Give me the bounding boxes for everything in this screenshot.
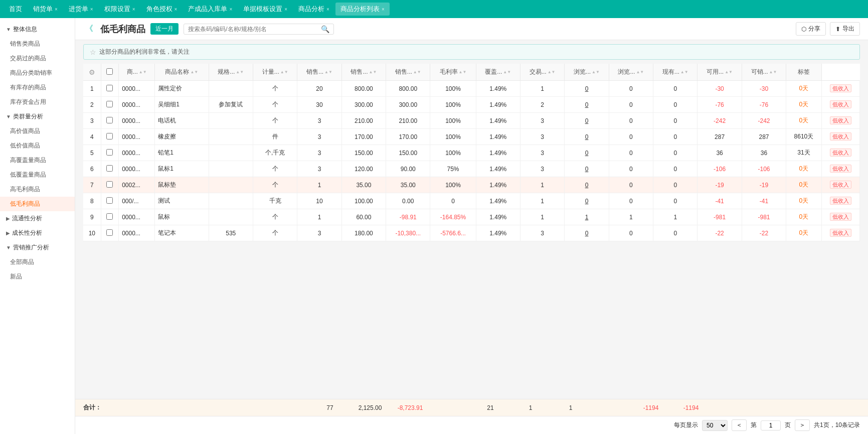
col-browse1[interactable]: 浏览...▲▼ xyxy=(565,64,609,81)
price-sort[interactable]: 销售...▲▼ xyxy=(351,68,377,76)
row-trade[interactable]: 0 xyxy=(565,81,609,97)
sidebar-group-growth[interactable]: ▶ 成长性分析 xyxy=(0,226,75,240)
nav-goods-analysis-list[interactable]: 商品分析列表× xyxy=(335,3,390,16)
prev-page-button[interactable]: ＜ xyxy=(732,419,747,431)
col-gross[interactable]: 毛利率▲▼ xyxy=(430,64,476,81)
col-unit[interactable]: 计量...▲▼ xyxy=(253,64,297,81)
nav-home[interactable]: 首页 xyxy=(4,3,27,16)
close-icon[interactable]: × xyxy=(175,7,178,12)
row-trade[interactable]: 0 xyxy=(565,145,609,161)
col-amount[interactable]: 销售...▲▼ xyxy=(386,64,430,81)
col-code[interactable]: 商...▲▼ xyxy=(119,64,155,81)
sidebar-item-high-coverage[interactable]: 高覆盖量商品 xyxy=(0,153,75,168)
col-avail[interactable]: 可用...▲▼ xyxy=(698,64,742,81)
sidebar-group-liquidity[interactable]: ▶ 流通性分析 xyxy=(0,211,75,226)
nav-permissions[interactable]: 权限设置× xyxy=(99,3,140,16)
sidebar-group-marketing[interactable]: ▼ 营销推广分析 xyxy=(0,240,75,255)
stock-sort[interactable]: 现有...▲▼ xyxy=(662,68,688,76)
row-trade[interactable]: 0 xyxy=(565,177,609,193)
nav-templates[interactable]: 单据模板设置× xyxy=(238,3,292,16)
row-checkbox[interactable] xyxy=(101,193,118,209)
close-icon[interactable]: × xyxy=(326,7,329,12)
nav-roles[interactable]: 角色授权× xyxy=(141,3,183,16)
sidebar-item-sales-goods[interactable]: 销售类商品 xyxy=(0,37,75,51)
row-trade[interactable]: 0 xyxy=(565,113,609,129)
code-sort[interactable]: 商...▲▼ xyxy=(127,68,147,76)
select-all-checkbox[interactable] xyxy=(106,68,113,75)
trade-sort[interactable]: 交易...▲▼ xyxy=(530,68,556,76)
col-qty[interactable]: 销售...▲▼ xyxy=(297,64,341,81)
sidebar-item-in-stock-goods[interactable]: 有库存的商品 xyxy=(0,80,75,95)
row-checkbox[interactable] xyxy=(101,113,118,129)
col-tag[interactable]: 标签 xyxy=(786,64,821,81)
row-checkbox[interactable] xyxy=(101,161,118,177)
sidebar-group-overview[interactable]: ▼ 整体信息 xyxy=(0,22,75,37)
sidebar-item-stock-capital[interactable]: 库存资金占用 xyxy=(0,95,75,109)
row-checkbox[interactable] xyxy=(101,129,118,145)
row-checkbox[interactable] xyxy=(101,177,118,193)
gross-sort[interactable]: 毛利率▲▼ xyxy=(440,68,467,76)
row-checkbox[interactable] xyxy=(101,97,118,113)
row-trade[interactable]: 0 xyxy=(565,97,609,113)
sidebar-item-traded-goods[interactable]: 交易过的商品 xyxy=(0,51,75,66)
sidebar-item-high-value[interactable]: 高价值商品 xyxy=(0,124,75,138)
sidebar-group-cluster[interactable]: ▼ 类群量分析 xyxy=(0,109,75,124)
row-checkbox[interactable] xyxy=(101,81,118,97)
sidebar-item-all-goods[interactable]: 全部商品 xyxy=(0,255,75,269)
coverage-sort[interactable]: 覆盖...▲▼ xyxy=(485,68,511,76)
export-button[interactable]: ⬆ 导出 xyxy=(830,22,860,36)
search-input[interactable] xyxy=(188,26,321,33)
avail-sort[interactable]: 可用...▲▼ xyxy=(707,68,733,76)
amount-sort[interactable]: 销售...▲▼ xyxy=(395,68,421,76)
spec-sort[interactable]: 规格...▲▼ xyxy=(218,68,244,76)
sidebar-item-new-goods[interactable]: 新品 xyxy=(0,269,75,284)
sellable-sort[interactable]: 可销...▲▼ xyxy=(751,68,777,76)
date-filter-button[interactable]: 近一月 xyxy=(150,23,179,35)
browse1-sort[interactable]: 浏览...▲▼ xyxy=(574,68,600,76)
nav-purchase[interactable]: 进货单× xyxy=(64,3,98,16)
qty-sort[interactable]: 销售...▲▼ xyxy=(306,68,332,76)
row-trade[interactable]: 0 xyxy=(565,161,609,177)
share-button[interactable]: ⬡ 分享 xyxy=(796,22,826,36)
close-icon[interactable]: × xyxy=(284,7,287,12)
row-checkbox[interactable] xyxy=(101,225,118,241)
settings-icon[interactable]: ⚙ xyxy=(89,68,95,76)
browse2-sort[interactable]: 浏览...▲▼ xyxy=(618,68,644,76)
unit-sort[interactable]: 计量...▲▼ xyxy=(262,68,288,76)
next-page-button[interactable]: ＞ xyxy=(795,419,810,431)
row-checkbox[interactable] xyxy=(101,145,118,161)
close-icon[interactable]: × xyxy=(382,7,385,12)
close-icon[interactable]: × xyxy=(90,7,93,12)
close-icon[interactable]: × xyxy=(229,7,232,12)
col-stock[interactable]: 现有...▲▼ xyxy=(653,64,698,81)
row-trade[interactable]: 1 xyxy=(565,209,609,225)
col-settings[interactable]: ⚙ xyxy=(83,64,101,81)
col-browse2[interactable]: 浏览...▲▼ xyxy=(609,64,653,81)
name-sort[interactable]: 商品名称▲▼ xyxy=(165,68,198,76)
sidebar-item-high-margin[interactable]: 高毛利商品 xyxy=(0,182,75,197)
close-icon[interactable]: × xyxy=(55,7,58,12)
page-number-input[interactable] xyxy=(761,420,781,430)
col-coverage[interactable]: 覆盖...▲▼ xyxy=(476,64,520,81)
sidebar-item-category-sales-rate[interactable]: 商品分类助销率 xyxy=(0,66,75,80)
row-trade[interactable]: 0 xyxy=(565,225,609,241)
col-checkbox[interactable] xyxy=(101,64,118,81)
nav-sales[interactable]: 销货单× xyxy=(28,3,63,16)
col-price[interactable]: 销售...▲▼ xyxy=(341,64,386,81)
sidebar-item-low-coverage[interactable]: 低覆盖量商品 xyxy=(0,168,75,182)
col-spec[interactable]: 规格...▲▼ xyxy=(209,64,253,81)
col-trade[interactable]: 交易...▲▼ xyxy=(520,64,564,81)
row-trade[interactable]: 0 xyxy=(565,129,609,145)
sidebar-item-low-margin[interactable]: 低毛利商品 xyxy=(0,197,75,211)
col-name[interactable]: 商品名称▲▼ xyxy=(155,64,209,81)
row-trade[interactable]: 0 xyxy=(565,193,609,209)
per-page-select[interactable]: 50 100 200 xyxy=(702,420,728,431)
sidebar-item-low-value[interactable]: 低价值商品 xyxy=(0,138,75,153)
nav-products-in[interactable]: 产成品入库单× xyxy=(183,3,237,16)
close-icon[interactable]: × xyxy=(132,7,135,12)
nav-goods-analysis[interactable]: 商品分析× xyxy=(293,3,334,16)
search-icon[interactable]: 🔍 xyxy=(321,25,329,33)
row-checkbox[interactable] xyxy=(101,209,118,225)
collapse-sidebar-button[interactable]: 《 xyxy=(83,24,95,34)
col-sellable[interactable]: 可销...▲▼ xyxy=(742,64,786,81)
